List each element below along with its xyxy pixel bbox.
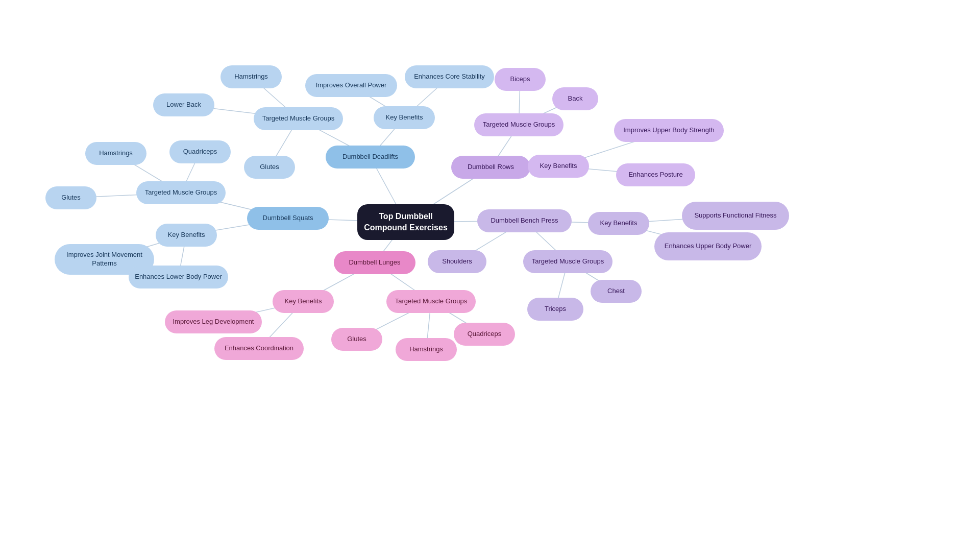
lunges-key-benefits-node[interactable]: Key Benefits: [273, 290, 334, 313]
rows-upper-strength-node[interactable]: Improves Upper Body Strength: [614, 119, 724, 142]
mind-map-container: Top Dumbbell Compound ExercisesDumbbell …: [0, 0, 980, 553]
deadlifts-lower-back-node[interactable]: Lower Back: [153, 93, 214, 116]
lunges-leg-dev-node[interactable]: Improves Leg Development: [165, 310, 262, 333]
bench-shoulders-node[interactable]: Shoulders: [428, 250, 486, 273]
squats-lower-body-node[interactable]: Enhances Lower Body Power: [129, 266, 228, 288]
dumbbell-lunges-node[interactable]: Dumbbell Lunges: [334, 251, 415, 274]
lunges-quadriceps-node[interactable]: Quadriceps: [454, 323, 515, 346]
deadlifts-key-benefits-node[interactable]: Key Benefits: [374, 106, 435, 129]
rows-key-benefits-node[interactable]: Key Benefits: [528, 155, 589, 178]
squats-key-benefits-node[interactable]: Key Benefits: [156, 224, 217, 247]
deadlifts-glutes-node[interactable]: Glutes: [244, 156, 295, 179]
bench-upper-power-node[interactable]: Enhances Upper Body Power: [654, 232, 762, 260]
dumbbell-deadlifts-node[interactable]: Dumbbell Deadlifts: [326, 146, 415, 169]
lunges-glutes-node[interactable]: Glutes: [331, 328, 382, 351]
deadlifts-improves-power-node[interactable]: Improves Overall Power: [305, 74, 397, 97]
squats-hamstrings-node[interactable]: Hamstrings: [85, 142, 146, 165]
rows-back-node[interactable]: Back: [552, 87, 598, 110]
bench-targeted-node[interactable]: Targeted Muscle Groups: [523, 250, 612, 273]
squats-targeted-node[interactable]: Targeted Muscle Groups: [136, 181, 226, 204]
dumbbell-squats-node[interactable]: Dumbbell Squats: [247, 207, 329, 230]
lunges-coordination-node[interactable]: Enhances Coordination: [214, 337, 304, 360]
deadlifts-targeted-node[interactable]: Targeted Muscle Groups: [254, 107, 343, 130]
squats-glutes-node[interactable]: Glutes: [45, 186, 96, 209]
bench-chest-node[interactable]: Chest: [591, 280, 642, 303]
lunges-targeted-node[interactable]: Targeted Muscle Groups: [386, 290, 476, 313]
bench-key-benefits-node[interactable]: Key Benefits: [588, 212, 649, 235]
lunges-hamstrings-node[interactable]: Hamstrings: [396, 338, 457, 361]
dumbbell-bench-node[interactable]: Dumbbell Bench Press: [477, 209, 572, 232]
squats-quadriceps-node[interactable]: Quadriceps: [169, 140, 231, 163]
dumbbell-rows-node[interactable]: Dumbbell Rows: [451, 156, 530, 179]
bench-triceps-node[interactable]: Triceps: [527, 298, 583, 321]
bench-functional-node[interactable]: Supports Functional Fitness: [682, 202, 789, 230]
deadlifts-hamstrings-node[interactable]: Hamstrings: [220, 65, 282, 88]
center-node[interactable]: Top Dumbbell Compound Exercises: [357, 204, 454, 240]
rows-posture-node[interactable]: Enhances Posture: [616, 163, 695, 186]
deadlifts-core-stability-node[interactable]: Enhances Core Stability: [405, 65, 494, 88]
rows-targeted-node[interactable]: Targeted Muscle Groups: [474, 113, 564, 136]
rows-biceps-node[interactable]: Biceps: [495, 68, 546, 91]
